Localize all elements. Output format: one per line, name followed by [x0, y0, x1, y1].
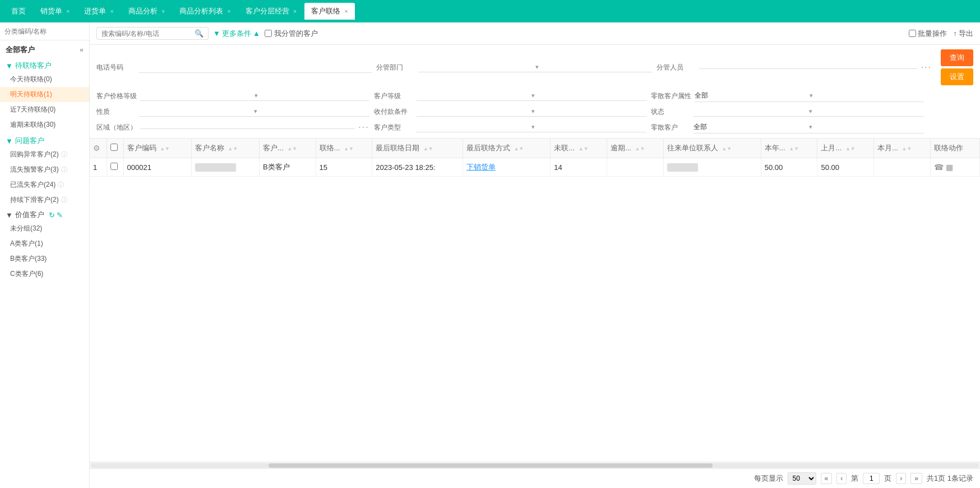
nav-item-客户分层经营[interactable]: 客户分层经营× [239, 3, 303, 20]
my-customers-checkbox[interactable] [265, 30, 272, 37]
notcontact-sort[interactable]: ▲▼ [579, 146, 589, 151]
nav-item-客户联络[interactable]: 客户联络× [304, 3, 354, 20]
nav-close-icon[interactable]: × [66, 8, 70, 15]
table-body: 1000021████████B类客户152023-05-23 18:25:下销… [90, 158, 980, 177]
more-conditions-arrow: ▲ [253, 29, 260, 38]
nav-close-icon[interactable]: × [227, 8, 230, 15]
page-number-input[interactable] [863, 473, 880, 484]
sidebar-collapse-btn[interactable]: « [80, 46, 84, 54]
filter-nature-select[interactable]: ▾ [139, 107, 369, 117]
row-type: B类客户 [259, 158, 316, 177]
sidebar-value-item[interactable]: A类客户(1) [0, 236, 89, 251]
row-last-method[interactable]: 下销货单 [463, 158, 550, 177]
value-edit-icon[interactable]: ✎ [57, 211, 63, 219]
thisyear-sort[interactable]: ▲▼ [789, 146, 799, 151]
row-this-year: 50.00 [761, 158, 817, 177]
filter-customer-level-select[interactable]: ▾ [417, 91, 647, 101]
type-sort[interactable]: ▲▼ [287, 146, 297, 151]
thismonth-sort[interactable]: ▲▼ [902, 146, 912, 151]
nav-close-icon[interactable]: × [344, 8, 348, 15]
horizontal-scrollbar[interactable] [90, 462, 980, 468]
code-sort[interactable]: ▲▼ [160, 146, 170, 151]
filter-dept-select[interactable]: ▾ [419, 62, 651, 72]
more-conditions-btn[interactable]: ▼ 更多条件 ▲ [213, 29, 260, 39]
next-page-btn[interactable]: › [896, 473, 906, 484]
th-settings: ⚙ [90, 139, 107, 158]
sidebar-pending-item[interactable]: 逾期未联络(30) [0, 117, 89, 132]
filter-person-select[interactable] [699, 66, 918, 69]
value-refresh-icon[interactable]: ↻ [49, 211, 55, 219]
scroll-thumb[interactable] [269, 463, 713, 468]
export-btn[interactable]: ↑ 导出 [954, 29, 974, 39]
filter-region-select[interactable] [140, 126, 355, 129]
nav-item-商品分析[interactable]: 商品分析× [122, 3, 172, 20]
filter-price-select[interactable]: ▾ [140, 91, 369, 101]
filter-phone-input[interactable] [139, 62, 372, 73]
sidebar-problem-item[interactable]: 回购异常客户(2) ⓘ [0, 147, 89, 162]
batch-op-label: 批量操作 [918, 29, 947, 39]
sidebar-pending-item[interactable]: 近7天待联络(0) [0, 102, 89, 117]
action-grid-icon[interactable]: ▦ [946, 163, 953, 172]
nav-close-icon[interactable]: × [110, 8, 113, 15]
prev-page-btn[interactable]: ‹ [836, 473, 847, 484]
filter-person-dots[interactable]: ··· [921, 62, 932, 72]
sidebar-value-item[interactable]: 未分组(32) [0, 221, 89, 236]
nav-item-销货单[interactable]: 销货单× [34, 3, 76, 20]
sidebar-value-item[interactable]: B类客户(33) [0, 251, 89, 266]
name-sort[interactable]: ▲▼ [228, 146, 238, 151]
batch-op-btn[interactable]: 批量操作 [909, 29, 947, 39]
sidebar-pending-item[interactable]: 今天待联络(0) [0, 72, 89, 87]
th-last-method: 最后联络方式 ▲▼ [463, 139, 550, 158]
filter-payment-select[interactable]: ▾ [417, 107, 647, 117]
nav-close-icon[interactable]: × [293, 8, 297, 15]
contact-sort[interactable]: ▲▼ [344, 146, 354, 151]
nav-item-商品分析列表[interactable]: 商品分析列表× [173, 3, 237, 20]
sidebar-problem-item[interactable]: 流失预警客户(3) ⓘ [0, 162, 89, 177]
sidebar-search-input[interactable] [4, 27, 89, 35]
th-overdue-label: 逾期... [611, 144, 631, 152]
overdue-sort[interactable]: ▲▼ [635, 146, 645, 151]
action-phone-icon[interactable]: ☎ [934, 163, 944, 172]
filter-phone: 电话号码 [96, 62, 372, 73]
nav-close-icon[interactable]: × [161, 8, 165, 15]
filter-retail-customer-arrow: ▾ [809, 123, 924, 131]
filter-customer-type-select[interactable]: ▾ [417, 122, 647, 132]
method-sort[interactable]: ▲▼ [514, 146, 524, 151]
main-search-input[interactable] [101, 30, 192, 38]
table-gear-icon[interactable]: ⚙ [93, 144, 100, 153]
filter-retail-attr-select[interactable]: 全部 ▾ [695, 90, 924, 102]
nav-item-首页[interactable]: 首页 [4, 3, 33, 20]
filter-dept-arrow: ▾ [535, 63, 652, 71]
filter-retail-attr-value: 全部 [695, 91, 809, 100]
unitcontact-sort[interactable]: ▲▼ [722, 146, 732, 151]
sidebar-search-area: 🔍 [0, 22, 89, 40]
settings-button[interactable]: 设置 [941, 68, 973, 85]
lastmonth-sort[interactable]: ▲▼ [845, 146, 856, 151]
date-sort[interactable]: ▲▼ [423, 146, 433, 151]
last-page-btn[interactable]: » [910, 473, 922, 484]
row-checkbox[interactable] [110, 163, 118, 170]
main-search-icon[interactable]: 🔍 [195, 29, 204, 38]
filter-payment: 收付款条件 ▾ [374, 107, 647, 117]
filter-region-dots[interactable]: ··· [358, 122, 369, 132]
filter-price-level: 客户价格等级 ▾ [96, 91, 369, 101]
per-page-select[interactable]: 50 100 200 [788, 472, 816, 485]
masked-contact: ██████ [667, 163, 698, 172]
filter-nature-label: 性质 [96, 107, 136, 117]
my-customers-checkbox-label[interactable]: 我分管的客户 [265, 29, 318, 39]
select-all-checkbox[interactable] [110, 144, 118, 151]
row-name: ████████ [191, 158, 259, 177]
filter-retail-customer-select[interactable]: 全部 ▾ [694, 121, 924, 133]
sidebar-pending-item[interactable]: 明天待联络(1) [0, 87, 89, 102]
batch-op-checkbox[interactable] [909, 30, 916, 37]
sidebar-problem-item[interactable]: 已流失客户(24) ⓘ [0, 177, 89, 192]
scroll-track[interactable] [91, 463, 979, 468]
nav-item-进货单[interactable]: 进货单× [77, 3, 120, 20]
query-button[interactable]: 查询 [941, 49, 973, 66]
first-page-btn[interactable]: « [821, 473, 833, 484]
sidebar-value-item[interactable]: C类客户(6) [0, 266, 89, 282]
sidebar-all-customers[interactable]: 全部客户 « [0, 40, 89, 57]
sidebar-problem-item[interactable]: 持续下滑客户(2) ⓘ [0, 192, 89, 208]
filter-status-select[interactable]: ▾ [694, 107, 924, 117]
th-last-month-label: 上月... [821, 144, 842, 152]
